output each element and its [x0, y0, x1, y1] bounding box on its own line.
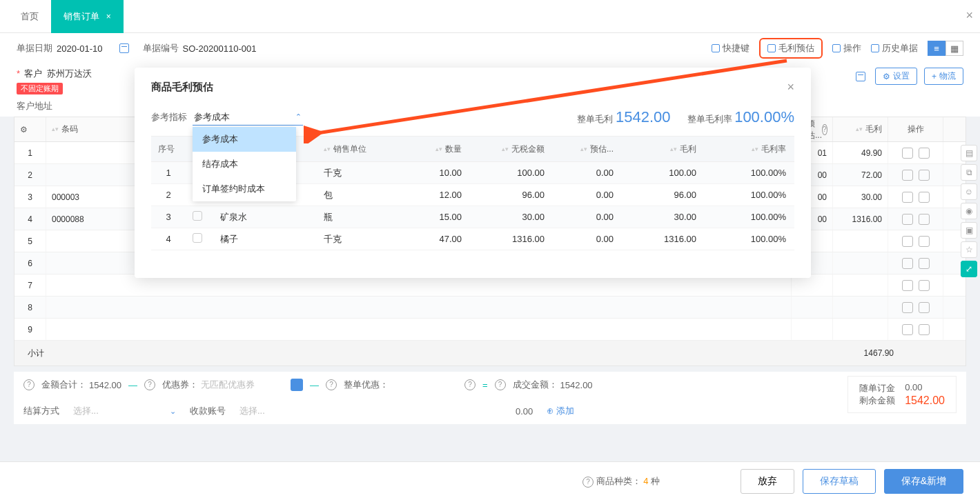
reference-metric-input[interactable]: [193, 109, 303, 126]
cell-est: 0.00: [551, 234, 620, 244]
sort-icon[interactable]: ▴▾: [580, 148, 587, 151]
table-row[interactable]: 4橘子千克47.001316.000.001316.00100.00%: [151, 228, 794, 250]
reference-metric-dropdown: 参考成本结存成本订单签约时成本: [193, 127, 296, 201]
cell-profit: 30.00: [620, 212, 703, 222]
cell-name: 橘子: [213, 233, 317, 246]
total-rate-value: 100.00%: [734, 108, 794, 126]
chevron-up-icon[interactable]: ⌄: [295, 112, 302, 121]
cell-amount: 100.00: [469, 168, 551, 178]
sort-icon[interactable]: ▴▾: [324, 148, 331, 151]
cell-seq: 4: [151, 234, 186, 244]
col-qty: 数量: [445, 143, 462, 155]
cell-profit: 1316.00: [620, 234, 703, 244]
total-profit-label: 整单毛利: [577, 114, 613, 124]
sort-icon[interactable]: ▴▾: [670, 148, 677, 151]
sort-icon[interactable]: ▴▾: [435, 148, 442, 151]
sort-icon[interactable]: ▴▾: [752, 148, 758, 151]
cell-seq: 3: [151, 212, 186, 222]
checkbox[interactable]: [193, 211, 202, 221]
dropdown-option[interactable]: 订单签约时成本: [193, 177, 296, 201]
cell-est: 0.00: [551, 190, 620, 200]
total-profit-value: 1542.00: [616, 108, 671, 126]
cell-unit: 千克: [317, 167, 400, 179]
cell-profit: 96.00: [620, 190, 703, 200]
cell-est: 0.00: [551, 212, 620, 222]
cell-seq: 1: [151, 168, 186, 178]
cell-unit: 包: [317, 189, 400, 201]
col-seq: 序号: [151, 143, 186, 155]
cell-rate: 100.00%: [703, 212, 793, 222]
reference-metric-select[interactable]: ⌄ 参考成本结存成本订单签约时成本: [193, 109, 303, 126]
cell-name: 矿泉水: [213, 211, 317, 223]
cell-qty: 15.00: [400, 212, 469, 222]
cell-qty: 12.00: [400, 190, 469, 200]
close-icon[interactable]: ×: [787, 80, 794, 94]
col-profit: 毛利: [680, 143, 696, 155]
cell-est: 0.00: [551, 168, 620, 178]
cell-profit: 100.00: [620, 168, 703, 178]
cell-amount: 96.00: [469, 190, 551, 200]
col-est: 预估...: [590, 143, 614, 155]
dropdown-option[interactable]: 参考成本: [193, 127, 296, 152]
table-row[interactable]: 3矿泉水瓶15.0030.000.0030.00100.00%: [151, 206, 794, 228]
cell-amount: 1316.00: [469, 234, 551, 244]
col-unit: 销售单位: [333, 143, 366, 155]
dropdown-option[interactable]: 结存成本: [193, 152, 296, 177]
filter-label: 参考指标: [151, 111, 187, 123]
col-amount: 无税金额: [511, 143, 545, 155]
cell-seq: 2: [151, 190, 186, 200]
cell-qty: 10.00: [400, 168, 469, 178]
sort-icon[interactable]: ▴▾: [502, 148, 509, 151]
modal-title: 商品毛利预估: [151, 81, 213, 94]
cell-rate: 100.00%: [703, 190, 793, 200]
cell-rate: 100.00%: [703, 168, 793, 178]
cell-qty: 47.00: [400, 234, 469, 244]
cell-unit: 千克: [317, 233, 400, 246]
cell-unit: 瓶: [317, 211, 400, 223]
total-rate-label: 整单毛利率: [687, 114, 732, 124]
col-rate: 毛利率: [761, 143, 786, 155]
cell-amount: 30.00: [469, 212, 551, 222]
checkbox[interactable]: [193, 233, 202, 243]
profit-estimate-modal: 商品毛利预估 × 参考指标 ⌄ 参考成本结存成本订单签约时成本 整单毛利 154…: [135, 68, 811, 278]
cell-rate: 100.00%: [703, 234, 793, 244]
